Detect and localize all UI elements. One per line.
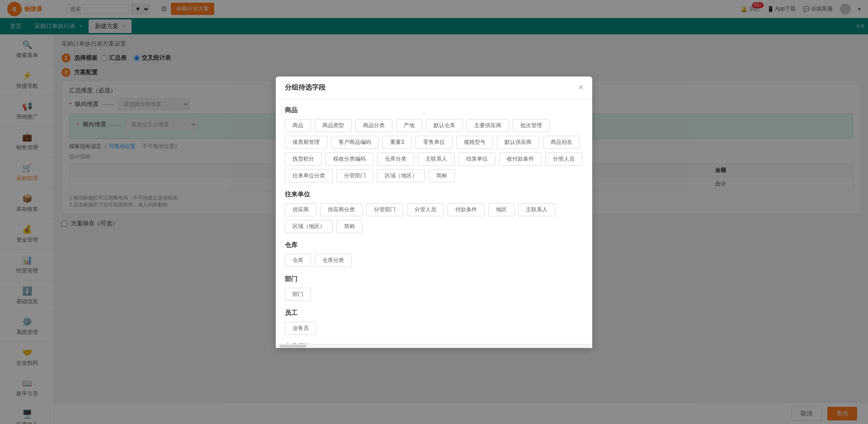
chip-supervisor[interactable]: 分管人员 bbox=[545, 152, 582, 166]
modal-header: 分组待选字段 × bbox=[276, 76, 592, 99]
chip-payment-terms[interactable]: 收付款条件 bbox=[499, 152, 542, 166]
chip-supplier-category[interactable]: 供应商分类 bbox=[320, 203, 363, 216]
group-title-employee: 员工 bbox=[285, 309, 583, 317]
chip-product-category[interactable]: 商品分类 bbox=[355, 119, 392, 132]
chip-expiry-mgmt[interactable]: 保质期管理 bbox=[285, 136, 327, 149]
chip-pick-points[interactable]: 拣货积分 bbox=[285, 152, 322, 166]
chip-department[interactable]: 部门 bbox=[285, 288, 311, 301]
chip-warehouse-cat[interactable]: 仓库分类 bbox=[315, 254, 352, 267]
modal-hscroll[interactable] bbox=[276, 344, 592, 348]
field-chips-partner: 供应商 供应商分类 分管部门 分管人员 付款条件 地区 主联系人 区域（地区） … bbox=[285, 203, 583, 233]
chip-dept2[interactable]: 分管部门 bbox=[366, 203, 403, 216]
field-chips-employee: 业务员 bbox=[285, 322, 583, 335]
chip-warehouse[interactable]: 仓库 bbox=[285, 254, 311, 267]
field-group-product: 商品 商品 商品类型 商品分类 产地 默认仓库 主要供应商 批次管理 保质期管理… bbox=[285, 106, 583, 182]
chip-region1[interactable]: 区域（地区） bbox=[377, 169, 425, 182]
chip-partner-category[interactable]: 往来单位分类 bbox=[285, 169, 333, 182]
chip-abbr1[interactable]: 简称 bbox=[429, 169, 455, 182]
chip-settlement-unit[interactable]: 结算单位 bbox=[458, 152, 495, 166]
chip-retail-unit[interactable]: 零售单位 bbox=[415, 136, 453, 149]
chip-tax-code[interactable]: 税收分类编码 bbox=[326, 152, 373, 166]
chip-product[interactable]: 商品 bbox=[285, 119, 311, 132]
chip-customer-code[interactable]: 客户商品编码 bbox=[331, 136, 379, 149]
chip-batch-mgmt[interactable]: 批次管理 bbox=[513, 119, 550, 132]
chip-default-warehouse[interactable]: 默认仓库 bbox=[426, 119, 463, 132]
group-title-warehouse: 仓库 bbox=[285, 241, 583, 249]
chip-spec-model[interactable]: 规格型号 bbox=[456, 136, 493, 149]
chip-main-supplier[interactable]: 主要供应商 bbox=[467, 119, 509, 132]
chip-warehouse-category[interactable]: 仓库分类 bbox=[377, 152, 414, 166]
chip-region2[interactable]: 区域（地区） bbox=[285, 220, 333, 233]
chip-weight[interactable]: 重量3 bbox=[382, 136, 412, 149]
modal-hscroll-bar bbox=[279, 345, 307, 348]
modal-close-button[interactable]: × bbox=[578, 83, 583, 92]
field-group-partner: 往来单位 供应商 供应商分类 分管部门 分管人员 付款条件 地区 主联系人 区域… bbox=[285, 191, 583, 233]
group-title-partner: 往来单位 bbox=[285, 191, 583, 199]
chip-area[interactable]: 地区 bbox=[488, 203, 514, 216]
modal-overlay[interactable]: 分组待选字段 × 商品 商品 商品类型 商品分类 产地 默认仓库 主要供应商 批… bbox=[0, 0, 868, 424]
group-title-product: 商品 bbox=[285, 106, 583, 114]
chip-dept[interactable]: 分管部门 bbox=[336, 169, 373, 182]
field-chips-warehouse: 仓库 仓库分类 bbox=[285, 254, 583, 267]
modal-title: 分组待选字段 bbox=[285, 83, 326, 92]
modal: 分组待选字段 × 商品 商品 商品类型 商品分类 产地 默认仓库 主要供应商 批… bbox=[276, 76, 592, 348]
field-group-warehouse: 仓库 仓库 仓库分类 bbox=[285, 241, 583, 267]
field-chips-department: 部门 bbox=[285, 288, 583, 301]
chip-main-contact[interactable]: 主联系人 bbox=[418, 152, 455, 166]
chip-salesperson[interactable]: 业务员 bbox=[285, 322, 316, 335]
chip-origin[interactable]: 产地 bbox=[396, 119, 422, 132]
chip-pay-terms[interactable]: 付款条件 bbox=[448, 203, 485, 216]
chip-supplier[interactable]: 供应商 bbox=[285, 203, 316, 216]
field-chips-product: 商品 商品类型 商品分类 产地 默认仓库 主要供应商 批次管理 保质期管理 客户… bbox=[285, 119, 583, 182]
chip-product-type[interactable]: 商品类型 bbox=[315, 119, 352, 132]
field-group-department: 部门 部门 bbox=[285, 275, 583, 301]
chip-abbr2[interactable]: 简称 bbox=[336, 220, 363, 233]
chip-product-alias[interactable]: 商品别名 bbox=[543, 136, 580, 149]
field-group-employee: 员工 业务员 bbox=[285, 309, 583, 335]
group-title-department: 部门 bbox=[285, 275, 583, 283]
chip-supervisor2[interactable]: 分管人员 bbox=[407, 203, 444, 216]
chip-default-supplier[interactable]: 默认供应商 bbox=[497, 136, 539, 149]
chip-main-contact2[interactable]: 主联系人 bbox=[518, 203, 555, 216]
modal-body[interactable]: 商品 商品 商品类型 商品分类 产地 默认仓库 主要供应商 批次管理 保质期管理… bbox=[276, 99, 592, 344]
